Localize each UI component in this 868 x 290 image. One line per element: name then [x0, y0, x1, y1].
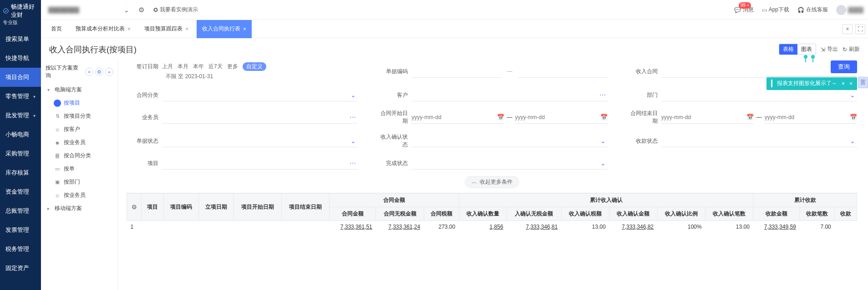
th-receipt-count[interactable]: 收款笔数: [800, 207, 835, 221]
date-chip-custom[interactable]: 自定义: [243, 62, 266, 71]
th-c-amount[interactable]: 合同金额: [330, 207, 376, 221]
contract-start-to[interactable]: [515, 114, 600, 120]
calendar-icon[interactable]: 📅: [497, 114, 504, 120]
calendar-icon[interactable]: 📅: [850, 114, 857, 120]
nav-search[interactable]: 搜索菜单: [0, 30, 41, 49]
online-service-button[interactable]: 🎧 在线客服: [797, 6, 828, 14]
tab-budget-cost[interactable]: 预算成本分析对比表×: [70, 20, 136, 38]
user-menu[interactable]: ████: [836, 5, 863, 15]
nav-quicknav[interactable]: 快捷导航: [0, 49, 41, 68]
messages-button[interactable]: 💬 消息 99 +: [734, 6, 754, 14]
th-proj-end[interactable]: 项目结束日期: [281, 194, 329, 221]
nav-purchase[interactable]: 采购管理: [0, 144, 41, 163]
chevron-down-icon[interactable]: ⌄: [349, 137, 358, 145]
receipt-status-select[interactable]: [661, 138, 848, 144]
th-receipt-amount[interactable]: 收款金额: [753, 207, 800, 221]
income-contract-input[interactable]: [661, 68, 847, 75]
tab-home[interactable]: 首页: [46, 20, 67, 38]
date-chip-thisyear[interactable]: 本年: [193, 63, 204, 70]
tree-by-project-class[interactable]: ⇅按项目分类: [44, 110, 115, 123]
nav-assets[interactable]: 固定资产: [0, 259, 41, 278]
td-receipt-amount[interactable]: 7,333,349,59: [753, 221, 800, 233]
chevron-down-icon[interactable]: ⌄: [848, 91, 857, 99]
contract-class-select[interactable]: [162, 92, 349, 98]
th-c-amount-notax[interactable]: 合同无税金额: [376, 207, 424, 221]
nav-tax[interactable]: 税务管理: [0, 240, 41, 259]
nav-project-contract[interactable]: 项目合同: [0, 68, 41, 87]
tab-close-all-icon[interactable]: ×: [843, 24, 853, 34]
th-proj-start[interactable]: 项目开始日期: [233, 194, 281, 221]
side-config-tag[interactable]: 置: [858, 77, 868, 88]
nav-ledger[interactable]: 总账管理: [0, 201, 41, 220]
tree-by-project[interactable]: ◎按项目: [44, 96, 115, 110]
picker-icon[interactable]: ⋯: [348, 114, 358, 121]
table-row[interactable]: 1 7,333,361,51 7,333,361,24 273.00 1,856…: [127, 221, 857, 233]
collapse-rail-icon[interactable]: «: [105, 68, 113, 76]
tree-by-contract-class[interactable]: ䷀按合同分类: [44, 149, 115, 162]
customer-input[interactable]: [411, 92, 597, 98]
date-chip-7days[interactable]: 近7天: [208, 63, 223, 70]
td-confirm-qty[interactable]: 1,856: [459, 221, 507, 233]
th-confirm-notax[interactable]: 入确认无税金额: [507, 207, 562, 221]
nav-invoice[interactable]: 发票管理: [0, 220, 41, 240]
toast-close-icon[interactable]: ×: [842, 80, 845, 87]
picker-icon[interactable]: ⋯: [847, 68, 857, 75]
view-chart-button[interactable]: 图表: [797, 44, 816, 55]
th-confirm-count[interactable]: 收入确认笔数: [705, 207, 753, 221]
contract-start-from[interactable]: [411, 114, 497, 120]
th-project-code[interactable]: 项目编码: [163, 194, 198, 221]
th-confirm-tax[interactable]: 收入确认税额: [561, 207, 609, 221]
doc-no-input[interactable]: [411, 68, 501, 75]
nav-wholesale[interactable]: 批发管理▾: [0, 106, 41, 125]
toast-close-icon[interactable]: ×: [849, 80, 853, 87]
table-settings-icon[interactable]: ⚙: [132, 204, 137, 210]
th-confirm-ratio[interactable]: 收入确认比例: [657, 207, 705, 221]
th-c-tax[interactable]: 合同税额: [424, 207, 459, 221]
dept-select[interactable]: [661, 92, 848, 98]
app-download-button[interactable]: ▭ App下载: [762, 6, 789, 14]
td-confirm-amount[interactable]: 7,333,346,82: [609, 221, 657, 233]
tab-income-contract-exec[interactable]: 收入合同执行表×: [197, 20, 252, 38]
td-confirm-notax[interactable]: 7,333,346,81: [507, 221, 562, 233]
add-scheme-icon[interactable]: +: [85, 68, 93, 76]
nav-funds[interactable]: 资金管理: [0, 182, 41, 201]
fullscreen-icon[interactable]: ⛶: [855, 24, 865, 34]
chevron-down-icon[interactable]: ⌄: [349, 91, 358, 99]
collapse-filters-button[interactable]: ︿ 收起更多条件: [465, 176, 519, 188]
td-c-amount[interactable]: 7,333,361,51: [330, 221, 376, 233]
calendar-icon[interactable]: 📅: [746, 114, 754, 120]
picker-icon[interactable]: ⋯: [348, 160, 358, 167]
doc-no-input-to[interactable]: [518, 68, 608, 75]
income-confirm-status-select[interactable]: [411, 138, 598, 144]
tab-project-budget-track[interactable]: 项目预算跟踪表×: [139, 20, 194, 38]
date-chip-more[interactable]: 更多: [227, 63, 238, 70]
date-chip-thismonth[interactable]: 本月: [178, 63, 188, 70]
chevron-down-icon[interactable]: ⌄: [848, 137, 857, 145]
date-chip-lastmonth[interactable]: 上月: [162, 63, 173, 70]
salesman-input[interactable]: [162, 114, 348, 120]
settings-icon[interactable]: ⚙: [138, 6, 144, 14]
doc-status-select[interactable]: [162, 138, 349, 144]
result-table-wrap[interactable]: ⚙ 项目 项目编码 立项日期 项目开始日期 项目结束日期 合同金额 累计收入确认…: [127, 193, 857, 233]
calendar-icon[interactable]: 📅: [600, 114, 608, 120]
picker-icon[interactable]: ⋯: [598, 91, 608, 99]
tree-by-salesman2[interactable]: ☺按业务员: [44, 189, 115, 202]
close-icon[interactable]: ×: [127, 26, 131, 32]
scheme-settings-icon[interactable]: ⚙: [95, 68, 103, 76]
close-icon[interactable]: ×: [185, 26, 188, 32]
refresh-button[interactable]: ↻刷新: [843, 45, 860, 53]
th-receipt-tail[interactable]: 收款: [835, 207, 857, 221]
project-input[interactable]: [162, 160, 348, 166]
tree-by-dept[interactable]: ▣按部门: [44, 175, 115, 189]
contract-end-from[interactable]: [661, 114, 746, 120]
close-icon[interactable]: ×: [243, 26, 246, 32]
tree-by-salesman[interactable]: ☻按业务员: [44, 136, 115, 149]
tree-group-mobile[interactable]: ▸移动端方案: [44, 202, 115, 215]
contract-end-to[interactable]: [765, 114, 850, 120]
th-confirm-qty[interactable]: 收入确认数量: [459, 207, 507, 221]
tree-by-doc[interactable]: ▭按单: [44, 162, 115, 175]
finish-status-select[interactable]: [411, 160, 598, 166]
td-c-amount-notax[interactable]: 7,333,361,24: [376, 221, 424, 233]
nav-retail[interactable]: 零售管理▾: [0, 87, 41, 106]
demo-link[interactable]: ✪ 我要看实例演示: [153, 6, 198, 14]
